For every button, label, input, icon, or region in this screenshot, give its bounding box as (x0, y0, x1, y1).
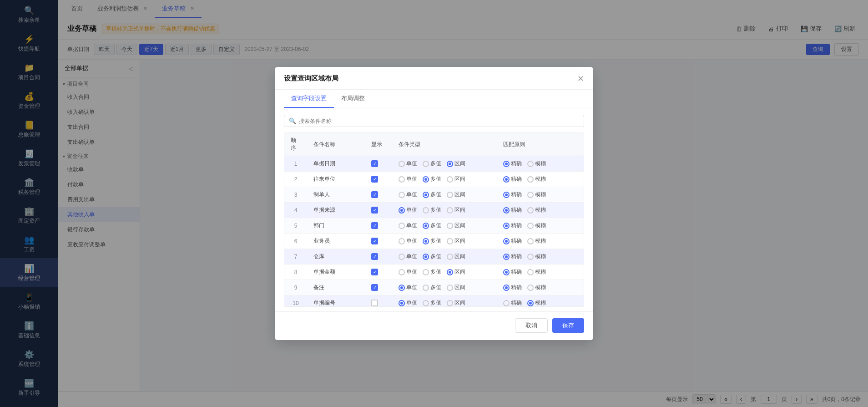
radio-dot (423, 254, 429, 260)
type-radio-10-1[interactable]: 多值 (423, 299, 441, 307)
type-radio-2-0[interactable]: 单值 (399, 175, 417, 183)
dialog-search-input[interactable] (299, 118, 579, 124)
type-radio-5-0[interactable]: 单值 (399, 222, 417, 229)
col-order: 顺序 (284, 133, 307, 156)
display-checkbox-10[interactable] (371, 300, 378, 306)
match-radio-7-0[interactable]: 精确 (503, 253, 522, 260)
type-radio-8-2[interactable]: 区间 (447, 268, 465, 276)
cell-name: 部门 (307, 218, 365, 234)
type-radio-2-2[interactable]: 区间 (447, 175, 465, 183)
type-radio-6-0[interactable]: 单值 (399, 237, 417, 245)
type-radio-10-0[interactable]: 单值 (399, 299, 417, 307)
type-radio-5-2[interactable]: 区间 (447, 222, 465, 229)
match-radio-10-0[interactable]: 精确 (503, 299, 522, 307)
match-radio-2-1[interactable]: 模糊 (527, 175, 546, 183)
radio-dot (447, 300, 453, 306)
dialog: 设置查询区域布局 ✕ 查询字段设置 布局调整 🔍 顺序 条件 (275, 67, 593, 340)
dialog-close-button[interactable]: ✕ (577, 75, 584, 83)
cell-order: 5 (284, 218, 307, 234)
type-radio-group-10: 单值多值区间 (399, 299, 490, 307)
match-radio-5-0[interactable]: 精确 (503, 222, 522, 229)
type-radio-4-0[interactable]: 单值 (399, 206, 417, 214)
type-radio-3-0[interactable]: 单值 (399, 191, 417, 198)
display-checkbox-6[interactable] (371, 238, 378, 244)
type-radio-9-2[interactable]: 区间 (447, 284, 465, 291)
display-checkbox-2[interactable] (371, 176, 378, 183)
match-radio-2-0[interactable]: 精确 (503, 175, 522, 183)
cell-order: 1 (284, 156, 307, 172)
type-radio-1-2[interactable]: 区间 (447, 160, 465, 168)
cell-display (365, 295, 392, 307)
display-checkbox-4[interactable] (371, 207, 378, 214)
type-radio-7-1[interactable]: 多值 (423, 253, 441, 260)
match-radio-6-0[interactable]: 精确 (503, 237, 522, 245)
radio-dot (423, 176, 429, 183)
radio-dot (503, 207, 510, 214)
type-radio-4-1[interactable]: 多值 (423, 206, 441, 214)
type-radio-7-0[interactable]: 单值 (399, 253, 417, 260)
type-radio-group-4: 单值多值区间 (399, 206, 490, 214)
display-checkbox-7[interactable] (371, 253, 378, 260)
type-radio-7-2[interactable]: 区间 (447, 253, 465, 260)
cell-display (365, 249, 392, 265)
radio-dot (447, 192, 453, 198)
type-radio-6-1[interactable]: 多值 (423, 237, 441, 245)
type-radio-group-3: 单值多值区间 (399, 191, 490, 198)
dialog-search-bar: 🔍 (284, 115, 584, 127)
type-radio-2-1[interactable]: 多值 (423, 175, 441, 183)
type-radio-6-2[interactable]: 区间 (447, 237, 465, 245)
radio-dot (399, 285, 405, 291)
radio-dot (527, 192, 534, 198)
type-radio-3-2[interactable]: 区间 (447, 191, 465, 198)
save-dialog-button[interactable]: 保存 (552, 318, 584, 333)
match-radio-5-1[interactable]: 模糊 (527, 222, 546, 229)
display-checkbox-9[interactable] (371, 284, 378, 291)
type-radio-group-5: 单值多值区间 (399, 222, 490, 229)
match-radio-1-0[interactable]: 精确 (503, 160, 522, 168)
radio-dot (447, 238, 453, 244)
match-radio-9-1[interactable]: 模糊 (527, 284, 546, 291)
match-radio-8-0[interactable]: 精确 (503, 268, 522, 276)
tab-layout-settings[interactable]: 布局调整 (334, 90, 372, 108)
match-radio-8-1[interactable]: 模糊 (527, 268, 546, 276)
cell-name: 单据编号 (307, 295, 365, 307)
type-radio-9-1[interactable]: 多值 (423, 284, 441, 291)
radio-dot (399, 300, 405, 306)
match-radio-10-1[interactable]: 模糊 (527, 299, 546, 307)
type-radio-5-1[interactable]: 多值 (423, 222, 441, 229)
match-radio-4-0[interactable]: 精确 (503, 206, 522, 214)
match-radio-6-1[interactable]: 模糊 (527, 237, 546, 245)
type-radio-9-0[interactable]: 单值 (399, 284, 417, 291)
cell-match: 精确模糊 (497, 172, 584, 187)
match-radio-1-1[interactable]: 模糊 (527, 160, 546, 168)
cell-type: 单值多值区间 (392, 187, 496, 203)
display-checkbox-1[interactable] (371, 160, 378, 167)
display-checkbox-5[interactable] (371, 222, 378, 229)
match-radio-9-0[interactable]: 精确 (503, 284, 522, 291)
dialog-table-row: 1单据日期单值多值区间精确模糊 (284, 156, 584, 172)
display-checkbox-8[interactable] (371, 269, 378, 275)
cancel-button[interactable]: 取消 (515, 318, 548, 333)
type-radio-10-2[interactable]: 区间 (447, 299, 465, 307)
cell-order: 7 (284, 249, 307, 265)
type-radio-4-2[interactable]: 区间 (447, 206, 465, 214)
type-radio-1-1[interactable]: 多值 (423, 160, 441, 168)
radio-dot (399, 238, 405, 244)
type-radio-1-0[interactable]: 单值 (399, 160, 417, 168)
type-radio-8-0[interactable]: 单值 (399, 268, 417, 276)
type-radio-3-1[interactable]: 多值 (423, 191, 441, 198)
match-radio-4-1[interactable]: 模糊 (527, 206, 546, 214)
radio-dot (423, 300, 429, 306)
match-radio-7-1[interactable]: 模糊 (527, 253, 546, 260)
match-radio-3-0[interactable]: 精确 (503, 191, 522, 198)
type-radio-8-1[interactable]: 多值 (423, 268, 441, 276)
tab-field-settings[interactable]: 查询字段设置 (284, 90, 334, 108)
display-checkbox-3[interactable] (371, 191, 378, 198)
dialog-table-row: 6业务员单值多值区间精确模糊 (284, 234, 584, 249)
match-radio-3-1[interactable]: 模糊 (527, 191, 546, 198)
radio-dot (423, 285, 429, 291)
radio-dot (527, 300, 534, 306)
radio-dot (527, 254, 534, 260)
cell-display (365, 187, 392, 203)
cell-match: 精确模糊 (497, 187, 584, 203)
